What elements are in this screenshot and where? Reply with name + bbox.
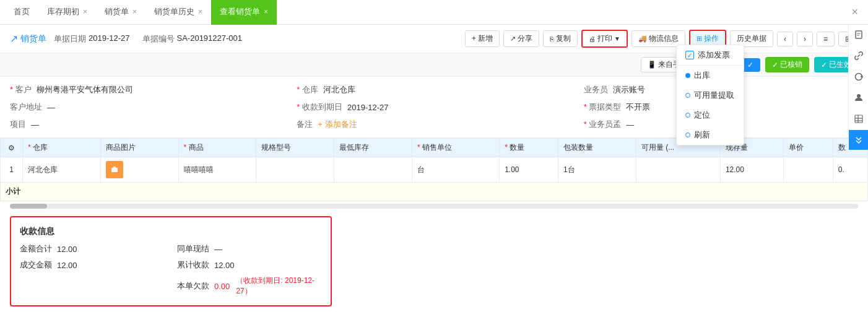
payment-date-value: 2019-12-27 [347, 103, 389, 112]
col-qty: * 数量 [500, 139, 558, 157]
row-spec [256, 157, 334, 183]
dot-empty-3-icon [685, 132, 690, 137]
row-img [100, 157, 178, 183]
staff-label: 业务员 [584, 84, 608, 95]
operation-dropdown: ✓ 添加发票 出库 可用量提取 定位 刷新 [676, 45, 744, 145]
tab-sales[interactable]: 销货单 × [96, 0, 145, 25]
row-unit: 台 [412, 157, 499, 183]
warehouse-value: 河北仓库 [323, 84, 355, 95]
doc-date-field: 单据日期 2019-12-27 [54, 33, 130, 45]
dropdown-add-invoice[interactable]: ✓ 添加发票 [677, 45, 744, 65]
tab-sales-history-label: 销货单历史 [154, 6, 194, 17]
dot-empty-2-icon [685, 113, 690, 118]
product-image [106, 161, 123, 178]
tab-sales-history-close[interactable]: × [198, 7, 202, 16]
col-warehouse: * 仓库 [23, 139, 101, 157]
print-button[interactable]: 🖨 打印 ▼ [581, 30, 628, 48]
deal-amount-label: 成交金额 [20, 259, 52, 271]
product-table: ⚙ * 仓库 商品图片 * 商品 规格型号 最低库存 * 销售单位 * 数量 包… [0, 138, 868, 201]
svg-rect-2 [856, 31, 862, 38]
dropdown-refresh-label: 刷新 [694, 129, 710, 141]
staff-value: 演示账号 [613, 84, 645, 95]
right-sidebar [848, 25, 868, 150]
dropdown-out-warehouse-label: 出库 [694, 70, 710, 81]
note-add-button[interactable]: + 添加备注 [318, 119, 357, 130]
confirmed-button[interactable]: ✓ 已核销 [765, 57, 809, 72]
row-product: 嘻嘻嘻嘻 [178, 157, 256, 183]
footer-right: 同单现结 — 累计收款 12.00 本单欠款 0.00 （收款到期日: 2019… [177, 243, 322, 297]
tab-inventory[interactable]: 库存期初 × [38, 0, 96, 25]
cumulative-label: 累计收款 [177, 259, 209, 271]
same-order-value: — [214, 245, 222, 254]
subtotal-label: 小计 [1, 183, 868, 201]
operation-icon: ⊞ [697, 35, 702, 43]
sidebar-table-icon[interactable] [849, 109, 868, 129]
tab-inventory-close[interactable]: × [83, 7, 87, 16]
tab-home-label: 首页 [14, 6, 30, 17]
tab-sales-history[interactable]: 销货单历史 × [145, 0, 211, 25]
sidebar-document-icon[interactable] [849, 25, 868, 45]
nav-next-button[interactable]: › [797, 32, 813, 46]
tab-view-sales-close[interactable]: × [264, 7, 268, 16]
tab-home[interactable]: 首页 [5, 0, 38, 25]
doc-number-field: 单据编号 SA-20191227-001 [142, 33, 243, 45]
row-min-stock [334, 157, 412, 183]
dropdown-refresh[interactable]: 刷新 [677, 125, 744, 145]
tab-sales-label: 销货单 [105, 6, 129, 17]
view1-button[interactable]: ≡ [817, 32, 835, 46]
sidebar-link-icon[interactable] [849, 46, 868, 66]
dropdown-out-warehouse[interactable]: 出库 [677, 66, 744, 85]
row-pack-qty: 1台 [558, 157, 636, 183]
logistics-button-label: 物流信息 [649, 33, 679, 44]
sidebar-expand-icon[interactable] [849, 130, 868, 150]
dropdown-available[interactable]: 可用量提取 [677, 85, 744, 105]
print-dropdown-icon: ▼ [614, 35, 620, 42]
scroll-thumb[interactable] [10, 204, 47, 209]
horizontal-scrollbar[interactable] [10, 204, 858, 209]
payment-date-label: 收款到期日 [297, 102, 342, 113]
col-img: 商品图片 [100, 139, 178, 157]
sidebar-refresh-icon[interactable] [849, 67, 868, 87]
owed-note: （收款到期日: 2019-12-27） [236, 276, 322, 297]
toolbar: + 新增 ↗ 分享 ⎘ 复制 🖨 打印 ▼ 🚚 物流信息 ⊞ 操作 [465, 30, 858, 48]
dot-empty-1-icon [685, 93, 690, 98]
dropdown-available-label: 可用量提取 [694, 90, 734, 101]
confirm-icon: ✓ [747, 61, 753, 69]
col-settings[interactable]: ⚙ [1, 139, 23, 157]
doc-date-value: 2019-12-27 [89, 33, 130, 45]
col-min-stock: 最低库存 [334, 139, 412, 157]
svg-rect-6 [855, 115, 862, 123]
customer-field: 客户 柳州粤港平安气体有限公司 [10, 84, 284, 95]
operation-button-label: 操作 [704, 33, 719, 44]
amount-field: 金额合计 12.00 [20, 243, 165, 254]
tab-view-sales[interactable]: 查看销货单 × [211, 0, 277, 25]
row-num: 1 [1, 157, 23, 183]
payment-date-field: 收款到期日 2019-12-27 [297, 102, 571, 113]
sidebar-person-icon[interactable] [849, 88, 868, 108]
svg-rect-0 [111, 168, 118, 172]
effective-icon: ✓ [821, 61, 827, 69]
col-price: 单价 [784, 139, 833, 157]
dropdown-locate[interactable]: 定位 [677, 105, 744, 125]
window-close-button[interactable]: × [846, 6, 863, 19]
new-button[interactable]: + 新增 [465, 30, 500, 47]
amount-value: 12.00 [57, 245, 77, 254]
tab-sales-close[interactable]: × [132, 7, 137, 16]
nav-prev-button[interactable]: ‹ [777, 32, 793, 46]
project-value: — [31, 120, 39, 129]
ticket-label: 票据类型 [584, 102, 622, 113]
col-spec: 规格型号 [256, 139, 334, 157]
doc-number-value: SA-20191227-001 [177, 33, 243, 45]
tab-inventory-label: 库存期初 [47, 6, 79, 17]
cumulative-field: 累计收款 12.00 [177, 259, 322, 271]
doc-meta: 单据日期 2019-12-27 单据编号 SA-20191227-001 [54, 33, 242, 45]
address-field: 客户地址 — [10, 102, 284, 113]
footer-left: 金额合计 12.00 成交金额 12.00 [20, 243, 165, 297]
row-available [636, 157, 720, 183]
share-button[interactable]: ↗ 分享 [503, 30, 539, 47]
owed-field: 本单欠款 0.00 （收款到期日: 2019-12-27） [177, 276, 322, 297]
tab-bar: 首页 库存期初 × 销货单 × 销货单历史 × 查看销货单 × × [0, 0, 868, 25]
table-row: 1 河北仓库 嘻嘻嘻嘻 台 1.00 1台 12.00 [1, 157, 868, 183]
copy-button[interactable]: ⎘ 复制 [543, 30, 578, 47]
tab-view-sales-label: 查看销货单 [220, 6, 260, 17]
